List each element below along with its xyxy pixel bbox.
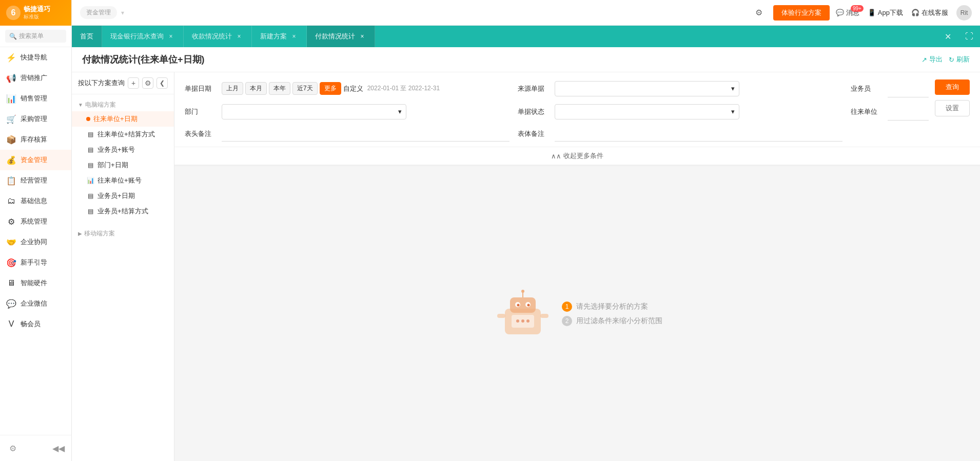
date-btn-this-month[interactable]: 本月 xyxy=(245,82,267,95)
date-btn-this-year[interactable]: 本年 xyxy=(269,82,290,95)
source-select[interactable]: ▾ xyxy=(555,81,739,96)
sidebar-item-basic-info[interactable]: 🗂 基础信息 xyxy=(0,191,71,211)
online-service-btn[interactable]: 🎧 在线客服 xyxy=(911,8,948,17)
sidebar-item-purchase[interactable]: 🛒 采购管理 xyxy=(0,109,71,129)
query-btn[interactable]: 查询 xyxy=(935,79,970,95)
export-icon: ↗ xyxy=(922,56,927,64)
sidebar-collapse-btn[interactable]: ◀◀ xyxy=(51,440,66,456)
nav-label-basic-info: 基础信息 xyxy=(21,196,47,206)
nav-icon-sales: 📊 xyxy=(6,93,16,104)
scheme-item-partner-account[interactable]: 📊往来单位+账号 xyxy=(72,173,174,188)
tab-payment-stats[interactable]: 付款情况统计× xyxy=(307,26,375,47)
export-btn[interactable]: ↗ 导出 xyxy=(922,55,943,64)
voucher-status-chevron-icon: ▾ xyxy=(731,108,735,115)
custom-date-label[interactable]: 自定义 xyxy=(343,84,363,93)
user-avatar[interactable]: Rit xyxy=(956,5,972,21)
sidebar-item-guide[interactable]: 🎯 新手引导 xyxy=(0,252,71,273)
nav-icon-enterprise: 🤝 xyxy=(6,237,16,247)
nav-icon-inventory: 📦 xyxy=(6,134,16,145)
dept-select[interactable]: ▾ xyxy=(222,104,406,119)
sidebar-item-system[interactable]: ⚙ 系统管理 xyxy=(0,211,71,232)
date-filter-label: 单据日期 xyxy=(185,84,213,93)
nav-icon-wechat: 💬 xyxy=(6,298,16,309)
tab-close-cash-bank[interactable]: × xyxy=(167,32,175,41)
sidebar-item-quick-nav[interactable]: ⚡ 快捷导航 xyxy=(0,47,71,68)
scheme-item-icon-partner-account: 📊 xyxy=(86,176,94,185)
sidebar-item-vip[interactable]: V 畅会员 xyxy=(0,314,71,334)
svg-rect-1 xyxy=(510,297,536,313)
tab-close-all-btn[interactable]: ✕ xyxy=(937,26,958,47)
note-header-input[interactable] xyxy=(222,126,427,141)
scheme-item-salesman-settle[interactable]: ▤业务员+结算方式 xyxy=(72,204,174,219)
logo-icon: 6 xyxy=(6,6,21,20)
note-header-label: 表头备注 xyxy=(185,129,213,138)
scheme-item-icon-dept-date: ▤ xyxy=(86,161,94,169)
scheme-settings-btn[interactable]: ⚙ xyxy=(142,77,153,89)
empty-tip-1: 1 请先选择要分析的方案 xyxy=(562,302,662,312)
sidebar-item-enterprise[interactable]: 🤝 企业协同 xyxy=(0,232,71,252)
nav-icon-smart-hw: 🖥 xyxy=(6,278,16,288)
tab-home[interactable]: 首页 xyxy=(72,26,102,47)
service-icon: 🎧 xyxy=(911,9,919,16)
header-settings-btn[interactable]: ⚙ xyxy=(751,5,767,21)
scheme-item-salesman-date[interactable]: ▤业务员+日期 xyxy=(72,188,174,204)
tip-num-1: 1 xyxy=(562,302,572,312)
date-presets-row: 上月 本月 本年 近7天 更多 自定义 2022-01-01 至 2022-12… xyxy=(222,82,509,95)
main-right: 单据日期 上月 本月 本年 近7天 更多 自定义 2022-01-01 至 20… xyxy=(174,72,980,461)
scheme-collapse-btn[interactable]: ❮ xyxy=(156,77,168,89)
app-download-btn[interactable]: 📱 App下载 xyxy=(868,8,903,17)
nav-icon-guide: 🎯 xyxy=(6,257,16,268)
collapse-more-bar[interactable]: ∧∧ 收起更多条件 xyxy=(174,147,980,165)
app-download-label: App下载 xyxy=(878,8,903,17)
tab-receipt-stats[interactable]: 收款情况统计× xyxy=(184,26,252,47)
tab-close-new-scheme[interactable]: × xyxy=(290,32,298,41)
date-btn-last7[interactable]: 近7天 xyxy=(292,82,318,95)
sidebar-item-operation[interactable]: 📋 经营管理 xyxy=(0,170,71,191)
trial-btn[interactable]: 体验行业方案 xyxy=(773,5,830,21)
sidebar-settings-btn[interactable]: ⚙ xyxy=(5,440,21,456)
scheme-item-salesman-account[interactable]: ▤业务员+账号 xyxy=(72,142,174,157)
search-menu-area[interactable]: 🔍 搜索菜单 xyxy=(0,26,71,47)
note-body-input[interactable] xyxy=(555,126,760,141)
messages-btn[interactable]: 💬 消息 99+ xyxy=(836,8,859,17)
tab-new-scheme[interactable]: 新建方案× xyxy=(252,26,307,47)
tab-fullscreen-btn[interactable]: ⛶ xyxy=(958,26,980,47)
sidebar-item-sales[interactable]: 📊 销售管理 xyxy=(0,88,71,109)
sidebar-item-marketing[interactable]: 📢 营销推广 xyxy=(0,68,71,88)
tab-cash-bank[interactable]: 现金银行流水查询× xyxy=(102,26,184,47)
svg-point-5 xyxy=(527,304,530,306)
scheme-item-label-partner-settle: 往来单位+结算方式 xyxy=(97,130,155,139)
scheme-section-arrow-mobile: ▶ xyxy=(78,231,82,236)
refresh-icon: ↻ xyxy=(949,56,954,64)
note-body-label: 表体备注 xyxy=(518,129,546,138)
date-btn-more[interactable]: 更多 xyxy=(320,82,341,95)
tab-close-receipt-stats[interactable]: × xyxy=(235,32,243,41)
message-icon: 💬 xyxy=(836,9,844,16)
online-service-label: 在线客服 xyxy=(922,8,948,17)
scheme-section-title-pc[interactable]: ▼电脑端方案 xyxy=(72,98,174,111)
tab-close-payment-stats[interactable]: × xyxy=(358,32,366,41)
voucher-status-label: 单据状态 xyxy=(518,107,546,116)
page-content: 付款情况统计(往来单位+日期) ↗ 导出 ↻ 刷新 按以下方案查询 + xyxy=(72,47,980,461)
nav-icon-marketing: 📢 xyxy=(6,73,16,83)
sidebar-item-inventory[interactable]: 📦 库存核算 xyxy=(0,129,71,150)
refresh-btn[interactable]: ↻ 刷新 xyxy=(949,55,970,64)
search-menu-btn[interactable]: 🔍 搜索菜单 xyxy=(5,30,66,43)
date-btn-last-month[interactable]: 上月 xyxy=(222,82,243,95)
scheme-panel-header: 按以下方案查询 + ⚙ ❮ xyxy=(72,72,174,94)
sidebar-item-capital[interactable]: 💰 资金管理 xyxy=(0,150,71,170)
sidebar-item-smart-hw[interactable]: 🖥 智能硬件 xyxy=(0,273,71,293)
scheme-item-partner-settle[interactable]: ▤往来单位+结算方式 xyxy=(72,127,174,142)
scheme-item-partner-date[interactable]: 往来单位+日期 xyxy=(72,111,174,127)
nav-icon-operation: 📋 xyxy=(6,175,16,186)
sidebar-item-wechat[interactable]: 💬 企业微信 xyxy=(0,293,71,314)
scheme-section-mobile: ▶移动端方案 xyxy=(72,223,174,244)
scheme-add-btn[interactable]: + xyxy=(128,77,139,89)
scheme-item-dept-date[interactable]: ▤部门+日期 xyxy=(72,157,174,173)
voucher-status-select[interactable]: ▾ xyxy=(555,104,739,119)
filter-settings-btn[interactable]: 设置 xyxy=(935,100,970,116)
nav-icon-capital: 💰 xyxy=(6,155,16,165)
filter-action-btns: 查询 设置 xyxy=(935,79,970,116)
tab-label-receipt-stats: 收款情况统计 xyxy=(192,32,232,41)
scheme-section-title-mobile[interactable]: ▶移动端方案 xyxy=(72,227,174,240)
